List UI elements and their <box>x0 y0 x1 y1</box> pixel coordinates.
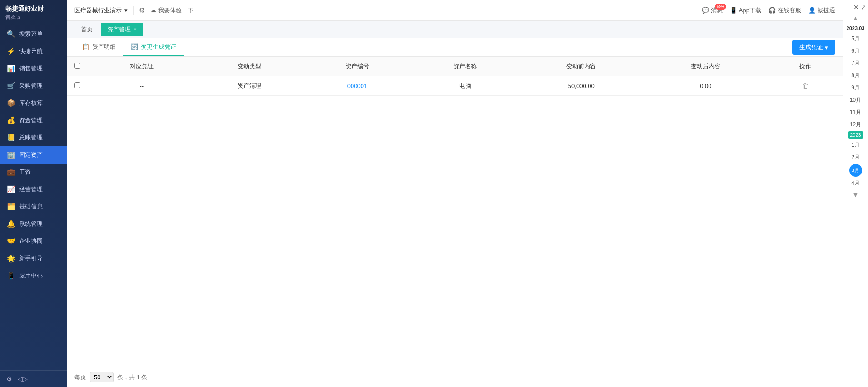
table-row: -- 资产清理 000001 电脑 50,000.00 0.00 🗑 <box>67 76 843 96</box>
panel-down-icon[interactable]: ▼ <box>851 189 861 200</box>
panel-month[interactable]: 4月 <box>843 177 868 189</box>
company-selector[interactable]: 医疗器械行业演示 ▾ <box>74 6 128 15</box>
sidebar-nav: 🔍 搜索菜单 ⚡ 快捷导航 📊 销售管理 🛒 采购管理 📦 库存核算 💰 资金管… <box>0 25 67 370</box>
sidebar-item-basic-info[interactable]: 🗂️ 基础信息 <box>0 198 67 215</box>
row-change-type: 资产清理 <box>195 76 303 96</box>
app-center-icon: 📱 <box>6 272 15 280</box>
col-after: 变动后内容 <box>644 57 768 76</box>
detail-icon: 📋 <box>82 43 89 50</box>
message-btn[interactable]: 💬 消息 99+ <box>702 6 723 15</box>
tab-home[interactable]: 首页 <box>74 23 99 36</box>
fixed-assets-icon: 🏢 <box>6 151 15 159</box>
total-label: 条，共 1 条 <box>117 373 147 382</box>
sub-tabs: 📋 资产明细 🔄 变更生成凭证 生成凭证 ▾ <box>67 38 843 57</box>
collapse-icon[interactable]: ◁▷ <box>18 375 28 382</box>
panel-current-month[interactable]: 3月 <box>849 164 862 177</box>
row-voucher: -- <box>88 76 195 96</box>
search-menu-label: 搜索菜单 <box>19 30 43 38</box>
sidebar-logo: 畅捷通好业财 普及版 <box>0 0 67 25</box>
col-before: 变动前内容 <box>519 57 644 76</box>
salary-label: 工资 <box>19 168 31 176</box>
tab-asset-label: 资产管理 <box>107 25 131 34</box>
content-area: 📋 资产明细 🔄 变更生成凭证 生成凭证 ▾ 对应凭证 <box>67 38 843 387</box>
per-page-select[interactable]: 50 100 200 <box>90 372 114 382</box>
col-asset-name: 资产名称 <box>411 57 519 76</box>
user-btn[interactable]: 👤 畅捷通 <box>808 6 835 15</box>
panel-close-icon[interactable]: ✕ <box>853 4 859 11</box>
purchase-label: 采购管理 <box>19 82 43 90</box>
operations-label: 经营管理 <box>19 185 43 194</box>
panel-month[interactable]: 9月 <box>843 82 868 94</box>
logo-sub: 普及版 <box>5 14 20 20</box>
row-before-value: 50,000.00 <box>519 76 644 96</box>
row-action-cell: 🗑 <box>768 76 843 96</box>
basic-info-icon: 🗂️ <box>6 203 15 211</box>
sidebar-item-sales[interactable]: 📊 销售管理 <box>0 60 67 77</box>
panel-expand-icon[interactable]: ⤢ <box>861 4 866 11</box>
tab-close-icon[interactable]: × <box>134 26 137 33</box>
sales-icon: 📊 <box>6 64 15 73</box>
panel-month[interactable]: 1月 <box>843 139 868 151</box>
sidebar-item-system[interactable]: 🔔 系统管理 <box>0 215 67 233</box>
panel-year-badge[interactable]: 2023 <box>848 131 863 139</box>
sidebar-item-app-center[interactable]: 📱 应用中心 <box>0 267 67 284</box>
guide-label: 新手引导 <box>19 254 43 263</box>
sidebar-item-quick-nav[interactable]: ⚡ 快捷导航 <box>0 43 67 60</box>
sidebar-item-inventory[interactable]: 📦 库存核算 <box>0 94 67 112</box>
select-all-header <box>67 57 88 76</box>
panel-month[interactable]: 12月 <box>843 119 868 131</box>
panel-up-icon[interactable]: ▲ <box>851 13 861 24</box>
funds-label: 资金管理 <box>19 116 43 124</box>
sidebar-item-purchase[interactable]: 🛒 采购管理 <box>0 77 67 94</box>
system-label: 系统管理 <box>19 220 43 228</box>
generate-voucher-button[interactable]: 生成凭证 ▾ <box>792 40 835 55</box>
table-footer: 每页 50 100 200 条，共 1 条 <box>67 367 843 387</box>
panel-month[interactable]: 7月 <box>843 57 868 69</box>
sidebar-item-guide[interactable]: 🌟 新手引导 <box>0 250 67 267</box>
user-icon: 👤 <box>808 7 816 14</box>
online-service-btn[interactable]: 🎧 在线客服 <box>769 6 801 15</box>
settings-icon[interactable]: ⚙ <box>6 375 12 382</box>
username-label: 畅捷通 <box>818 6 835 15</box>
sidebar-item-operations[interactable]: 📈 经营管理 <box>0 181 67 198</box>
sidebar-item-fixed-assets[interactable]: 🏢 固定资产 <box>0 146 67 164</box>
per-page-label: 每页 <box>74 373 86 382</box>
inventory-icon: 📦 <box>6 99 15 107</box>
sub-tab-asset-detail[interactable]: 📋 资产明细 <box>74 38 123 56</box>
panel-month[interactable]: 11月 <box>843 106 868 119</box>
system-icon: 🔔 <box>6 220 15 228</box>
sidebar-item-enterprise[interactable]: 🤝 企业协同 <box>0 233 67 250</box>
row-asset-name: 电脑 <box>411 76 519 96</box>
panel-month[interactable]: 8月 <box>843 69 868 82</box>
col-asset-code: 资产编号 <box>303 57 411 76</box>
main-area: 医疗器械行业演示 ▾ ⚙ ☁ 我要体验一下 💬 消息 99+ 📱 App下载 🎧… <box>67 0 843 387</box>
row-checkbox-cell <box>67 76 88 96</box>
sidebar-item-funds[interactable]: 💰 资金管理 <box>0 112 67 129</box>
app-download-btn[interactable]: 📱 App下载 <box>730 6 761 15</box>
sidebar-item-ledger[interactable]: 📒 总账管理 <box>0 129 67 146</box>
right-panel: ✕ ⤢ ▲ 2023.03 5月6月7月8月9月10月11月12月20231月2… <box>843 0 868 387</box>
salary-icon: 💼 <box>6 168 15 176</box>
enterprise-icon: 🤝 <box>6 237 15 245</box>
gear-icon[interactable]: ⚙ <box>139 6 145 15</box>
row-checkbox[interactable] <box>74 82 80 88</box>
quick-nav-icon: ⚡ <box>6 47 15 55</box>
sidebar-item-search-menu[interactable]: 🔍 搜索菜单 <box>0 25 67 43</box>
select-all-checkbox[interactable] <box>74 63 80 69</box>
experience-icon: ☁ <box>150 7 156 14</box>
asset-table: 对应凭证 变动类型 资产编号 资产名称 变动前内容 变动后内容 操作 <box>67 57 843 96</box>
sub-tab-change-voucher[interactable]: 🔄 变更生成凭证 <box>123 38 184 56</box>
sub-tab-change-label: 变更生成凭证 <box>141 43 176 51</box>
inventory-label: 库存核算 <box>19 99 43 107</box>
fixed-assets-label: 固定资产 <box>19 151 43 159</box>
experience-btn[interactable]: ☁ 我要体验一下 <box>150 6 193 15</box>
panel-month[interactable]: 5月 <box>843 33 868 45</box>
app-download-label: App下载 <box>739 6 761 15</box>
message-badge: 99+ <box>715 4 726 10</box>
tab-asset-mgmt[interactable]: 资产管理 × <box>101 23 143 36</box>
sidebar-item-salary[interactable]: 💼 工资 <box>0 164 67 181</box>
panel-month[interactable]: 6月 <box>843 45 868 57</box>
panel-month[interactable]: 10月 <box>843 94 868 106</box>
delete-icon[interactable]: 🗑 <box>802 82 808 89</box>
panel-month[interactable]: 2月 <box>843 151 868 164</box>
